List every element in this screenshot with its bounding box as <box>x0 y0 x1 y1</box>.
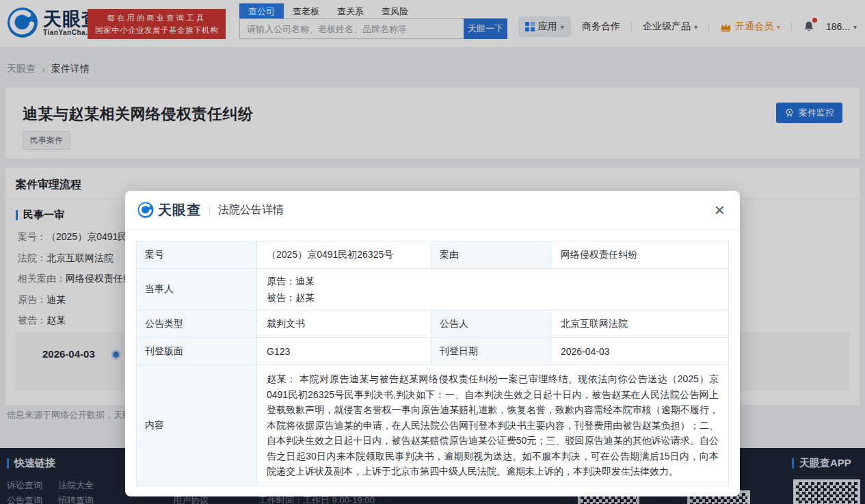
announcement-type-value: 裁判文书 <box>257 310 431 338</box>
content-label: 内容 <box>137 365 257 486</box>
tianyancha-logo-icon <box>137 202 154 218</box>
divider <box>209 204 210 216</box>
announcement-table: 案号 （2025）京0491民初26325号 案由 网络侵权责任纠纷 当事人 原… <box>136 241 729 486</box>
parties-label: 当事人 <box>137 269 257 310</box>
case-number-value: （2025）京0491民初26325号 <box>257 241 431 269</box>
page: 天眼查 TianYanCha.com 都在用的商业查询工具 国家中小企业发展子基… <box>0 0 865 504</box>
announcement-type-label: 公告类型 <box>137 310 257 338</box>
publisher-value: 北京互联网法院 <box>551 310 729 338</box>
table-row: 案号 （2025）京0491民初26325号 案由 网络侵权责任纠纷 <box>137 241 729 269</box>
modal-header: 天眼查 法院公告详情 × <box>125 191 740 230</box>
table-row: 内容 赵某： 本院对原告迪某与被告赵某网络侵权责任纠纷一案已审理终结。现依法向你… <box>137 365 729 486</box>
table-row: 公告类型 裁判文书 公告人 北京互联网法院 <box>137 310 729 338</box>
table-row: 当事人 原告：迪某 被告：赵某 <box>137 269 729 310</box>
page-section-label: 刊登版面 <box>137 338 257 365</box>
defendant-line: 被告：赵某 <box>267 289 719 306</box>
table-row: 刊登版面 G123 刊登日期 2026-04-03 <box>137 338 729 365</box>
page-section-value: G123 <box>257 338 431 365</box>
court-announcement-modal: 天眼查 法院公告详情 × 案号 （2025）京0491民初26325号 案由 网… <box>125 191 740 496</box>
publish-date-value: 2026-04-03 <box>551 338 729 365</box>
publish-date-label: 刊登日期 <box>431 338 551 365</box>
cause-value: 网络侵权责任纠纷 <box>551 241 729 269</box>
close-icon[interactable]: × <box>712 202 728 218</box>
publisher-label: 公告人 <box>431 310 551 338</box>
plaintiff-line: 原告：迪某 <box>267 273 719 289</box>
cause-label: 案由 <box>431 241 551 269</box>
modal-logo: 天眼查 <box>137 201 201 220</box>
case-number-label: 案号 <box>137 241 257 269</box>
modal-brand-name: 天眼查 <box>158 201 201 220</box>
parties-value: 原告：迪某 被告：赵某 <box>257 269 729 310</box>
modal-title: 法院公告详情 <box>218 203 284 217</box>
content-value: 赵某： 本院对原告迪某与被告赵某网络侵权责任纠纷一案已审理终结。现依法向你公告送… <box>257 365 729 486</box>
